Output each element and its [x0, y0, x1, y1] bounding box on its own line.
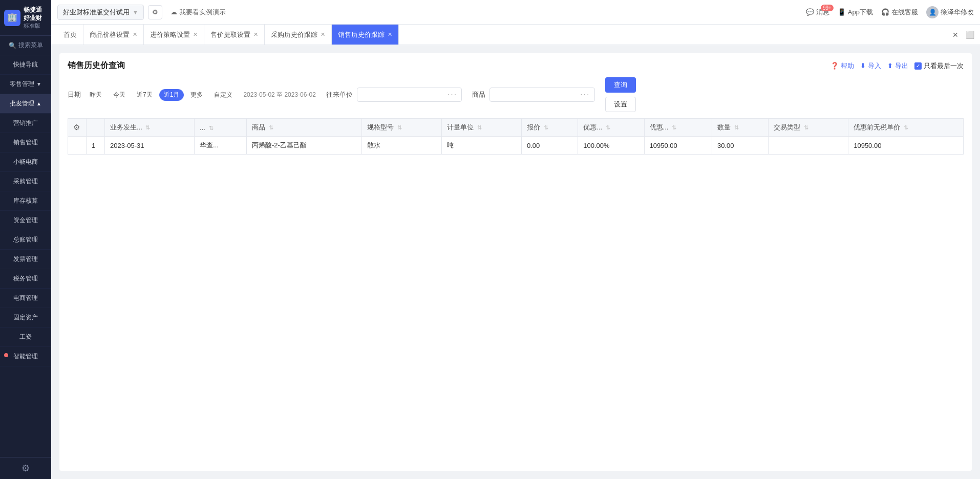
- product-selector[interactable]: 好业财标准版交付试用 ▼: [57, 5, 144, 20]
- help-icon: ❓: [830, 62, 839, 70]
- col-unit[interactable]: 计量单位 ⇅: [442, 119, 522, 137]
- tab-close-current[interactable]: ✕: [949, 29, 962, 41]
- date-btn-yesterday[interactable]: 昨天: [85, 89, 106, 101]
- row-txn-type-cell: [769, 137, 848, 155]
- sidebar-item-ecommerce-small[interactable]: 小畅电商: [0, 153, 51, 172]
- sidebar-item-finance[interactable]: 资金管理: [0, 211, 51, 230]
- partner-filter-label: 往来单位: [326, 90, 353, 99]
- col-pretax-price[interactable]: 优惠前无税单价 ⇅: [848, 119, 964, 137]
- date-btn-today[interactable]: 今天: [109, 89, 130, 101]
- table-gear-icon[interactable]: ⚙: [73, 123, 80, 132]
- message-icon: 💬: [806, 8, 814, 16]
- row-pretax-price-cell: 10950.00: [848, 137, 964, 155]
- settings-button[interactable]: 设置: [605, 97, 636, 112]
- tab-label: 售价提取设置: [210, 30, 250, 39]
- tab-label: 商品价格设置: [90, 30, 130, 39]
- import-button[interactable]: ⬇ 导入: [860, 61, 881, 71]
- logo-icon: 🏢: [4, 10, 20, 26]
- date-btn-custom[interactable]: 自定义: [209, 89, 237, 101]
- app-label: App下载: [848, 8, 873, 17]
- import-label: 导入: [868, 61, 881, 71]
- last-only-label: 只看最后一次: [924, 61, 964, 71]
- gear-icon: ⚙: [152, 8, 158, 16]
- checkbox-icon: ✓: [914, 62, 922, 70]
- col-gear: ⚙: [68, 119, 87, 137]
- tab-close-icon[interactable]: ✕: [193, 32, 198, 37]
- chevron-down-icon: ▼: [133, 9, 138, 15]
- sidebar-item-label: 销售管理: [13, 138, 38, 147]
- col-more[interactable]: ... ⇅: [195, 119, 247, 137]
- sidebar-item-label: 电商管理: [13, 294, 38, 302]
- demo-button[interactable]: ☁ 我要看实例演示: [171, 8, 226, 17]
- tab-sale-extract[interactable]: 售价提取设置 ✕: [204, 25, 265, 45]
- quick-nav-label: 快捷导航: [13, 60, 38, 69]
- mobile-icon: 📱: [838, 8, 846, 16]
- avatar: 👤: [926, 6, 939, 18]
- sidebar-item-invoice[interactable]: 发票管理: [0, 250, 51, 269]
- sidebar-item-ecommerce[interactable]: 电商管理: [0, 289, 51, 308]
- search-label: 搜索菜单: [18, 41, 43, 50]
- import-icon: ⬇: [860, 62, 866, 70]
- sidebar-item-salary[interactable]: 工资: [0, 328, 51, 347]
- filter-row: 日期 昨天 今天 近7天 近1月 更多 自定义 2023-05-02 至 202…: [59, 71, 972, 118]
- sidebar-item-assets[interactable]: 固定资产: [0, 308, 51, 328]
- tab-price-settings[interactable]: 商品价格设置 ✕: [83, 25, 144, 45]
- tab-home[interactable]: 首页: [57, 25, 83, 45]
- sidebar-item-purchase[interactable]: 采购管理: [0, 172, 51, 191]
- col-biz-date[interactable]: 业务发生... ⇅: [105, 119, 195, 137]
- col-quantity[interactable]: 数量 ⇅: [712, 119, 768, 137]
- topbar-gear-button[interactable]: ⚙: [148, 5, 162, 19]
- col-txn-type[interactable]: 交易类型 ⇅: [769, 119, 848, 137]
- sidebar-item-ledger[interactable]: 总账管理: [0, 230, 51, 250]
- date-filter-group: 日期 昨天 今天 近7天 近1月 更多 自定义 2023-05-02 至 202…: [68, 89, 316, 101]
- user-menu[interactable]: 👤 徐泽华修改: [926, 6, 974, 18]
- tab-purchase-strategy[interactable]: 进价策略设置 ✕: [144, 25, 204, 45]
- date-btn-last1m[interactable]: 近1月: [159, 89, 184, 101]
- chevron-down-icon: ▼: [36, 81, 41, 87]
- query-button[interactable]: 查询: [605, 77, 636, 93]
- col-price[interactable]: 报价 ⇅: [522, 119, 578, 137]
- tab-close-icon[interactable]: ✕: [133, 32, 137, 37]
- export-label: 导出: [895, 61, 908, 71]
- col-spec[interactable]: 规格型号 ⇅: [362, 119, 442, 137]
- row-discount2-cell: 10950.00: [644, 137, 712, 155]
- tab-close-icon[interactable]: ✕: [321, 32, 325, 37]
- col-discount1[interactable]: 优惠... ⇅: [578, 119, 644, 137]
- sidebar-item-retail[interactable]: 零售管理 ▼: [0, 75, 51, 94]
- tab-close-icon[interactable]: ✕: [388, 32, 392, 37]
- export-button[interactable]: ⬆ 导出: [887, 61, 908, 71]
- sidebar-item-smart[interactable]: 智能管理: [0, 347, 51, 366]
- sidebar-item-sales[interactable]: 销售管理: [0, 133, 51, 153]
- tab-label: 销售历史价跟踪: [338, 30, 385, 39]
- topbar-right: 💬 消息 99+ 📱 App下载 🎧 在线客服 👤 徐泽华修改: [806, 6, 974, 18]
- product-dots-button[interactable]: ···: [580, 90, 590, 99]
- partner-input-wrap: ···: [357, 88, 462, 102]
- col-discount2[interactable]: 优惠... ⇅: [644, 119, 712, 137]
- tab-expand[interactable]: ⬜: [964, 29, 976, 41]
- row-quantity-cell: 30.00: [712, 137, 768, 155]
- tab-label: 进价策略设置: [150, 30, 190, 39]
- col-product[interactable]: 商品 ⇅: [246, 119, 361, 137]
- partner-input[interactable]: [361, 91, 448, 99]
- product-input[interactable]: [494, 91, 580, 99]
- date-btn-more[interactable]: 更多: [186, 89, 207, 101]
- online-service-button[interactable]: 🎧 在线客服: [881, 8, 918, 17]
- sidebar-footer-gear[interactable]: ⚙: [0, 457, 51, 479]
- tabs-bar: 首页 商品价格设置 ✕ 进价策略设置 ✕ 售价提取设置 ✕ 采购历史价跟踪 ✕ …: [51, 25, 980, 45]
- app-download-button[interactable]: 📱 App下载: [838, 8, 873, 17]
- partner-dots-button[interactable]: ···: [448, 90, 457, 99]
- tab-close-icon[interactable]: ✕: [253, 32, 258, 37]
- message-button[interactable]: 💬 消息 99+: [806, 8, 829, 17]
- sidebar-item-wholesale[interactable]: 批发管理 ▲: [0, 94, 51, 114]
- tabs-controls: ✕ ⬜: [945, 29, 980, 41]
- last-only-checkbox[interactable]: ✓ 只看最后一次: [914, 61, 964, 71]
- sidebar-quick-nav[interactable]: 快捷导航: [0, 55, 51, 75]
- sidebar-item-inventory[interactable]: 库存核算: [0, 191, 51, 211]
- date-btn-last7[interactable]: 近7天: [132, 89, 157, 101]
- tab-purchase-history[interactable]: 采购历史价跟踪 ✕: [265, 25, 332, 45]
- sidebar-item-marketing[interactable]: 营销推广: [0, 114, 51, 133]
- tab-sale-history[interactable]: 销售历史价跟踪 ✕: [332, 25, 399, 45]
- sidebar-search[interactable]: 🔍 搜索菜单: [0, 36, 51, 55]
- help-button[interactable]: ❓ 帮助: [830, 61, 854, 71]
- sidebar-item-tax[interactable]: 税务管理: [0, 269, 51, 289]
